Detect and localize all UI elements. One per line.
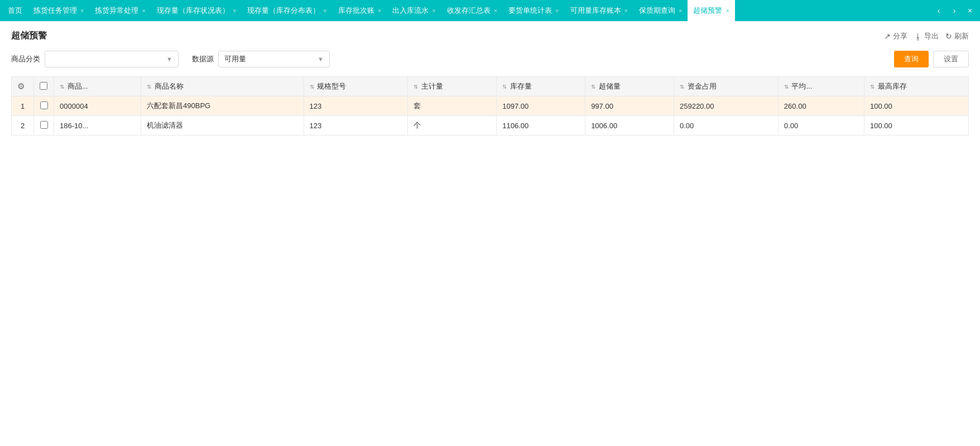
th-checkbox[interactable] [34, 77, 54, 96]
cell-code: 0000004 [54, 96, 141, 116]
th-code[interactable]: ⇅ 商品... [54, 77, 141, 96]
row-checkbox-cell[interactable] [34, 116, 54, 135]
cell-overstock: 997.00 [585, 96, 674, 116]
nav-item-batch[interactable]: 库存批次账 × [333, 0, 387, 21]
row-num: 1 [12, 96, 34, 116]
share-icon: ↗ [884, 32, 891, 41]
export-button[interactable]: ⭳ 导出 [914, 31, 939, 41]
nav-item-overstock[interactable]: 超储预警 × [688, 0, 734, 21]
category-filter-group: 商品分类 ▼ [11, 51, 179, 67]
th-spec[interactable]: ⇅ 规格型号 [304, 77, 408, 96]
refresh-button[interactable]: ↻ 刷新 [945, 31, 969, 41]
close-icon[interactable]: × [142, 7, 145, 14]
nav-item-home[interactable]: 首页 [2, 0, 28, 21]
cell-stock: 1106.00 [497, 116, 585, 135]
datasource-value: 可用量 [224, 54, 246, 64]
settings-button[interactable]: 设置 [933, 51, 969, 67]
close-icon[interactable]: × [378, 7, 381, 14]
close-icon[interactable]: × [726, 7, 729, 14]
sort-icon: ⇅ [502, 84, 507, 90]
cell-name: 机油滤清器 [141, 116, 304, 135]
refresh-icon: ↻ [945, 32, 952, 41]
close-icon[interactable]: × [555, 7, 559, 14]
nav-item-stock-dist[interactable]: 现存量（库存分布表） × [242, 0, 332, 21]
data-table: ⚙ ⇅ 商品... ⇅ 商品名称 ⇅ 规格型号 ⇅ [11, 76, 969, 135]
cell-max-stock: 100.00 [864, 116, 969, 135]
nav-close-all-button[interactable]: × [962, 0, 978, 21]
row-checkbox-cell[interactable] [34, 96, 54, 116]
chevron-down-icon: ▼ [166, 56, 172, 62]
nav-bar: 首页 拣货任务管理 × 拣货异常处理 × 现存量（库存状况表） × 现存量（库存… [0, 0, 980, 21]
cell-avg: 260.00 [778, 96, 864, 116]
header-actions: ↗ 分享 ⭳ 导出 ↻ 刷新 [884, 31, 969, 41]
sort-icon: ⇅ [870, 84, 875, 90]
row-checkbox[interactable] [40, 121, 48, 129]
close-icon[interactable]: × [80, 7, 84, 14]
cell-unit: 套 [408, 96, 497, 116]
cell-capital: 0.00 [674, 116, 778, 135]
cell-unit: 个 [408, 116, 497, 135]
th-overstock[interactable]: ⇅ 超储量 [585, 77, 674, 96]
cell-avg: 0.00 [778, 116, 864, 135]
nav-item-stock-status[interactable]: 现存量（库存状况表） × [151, 0, 242, 21]
category-select[interactable]: ▼ [45, 51, 179, 67]
sort-icon: ⇅ [680, 84, 684, 90]
nav-arrows: ‹ › × [931, 0, 978, 21]
th-unit[interactable]: ⇅ 主计量 [408, 77, 497, 96]
select-all-checkbox[interactable] [40, 82, 47, 90]
chevron-down-icon: ▼ [318, 56, 324, 62]
th-capital[interactable]: ⇅ 资金占用 [674, 77, 778, 96]
nav-item-pick-exception[interactable]: 拣货异常处理 × [89, 0, 151, 21]
page-header: 超储预警 ↗ 分享 ⭳ 导出 ↻ 刷新 [11, 30, 969, 42]
cell-overstock: 1006.00 [585, 116, 674, 135]
table-header-row: ⚙ ⇅ 商品... ⇅ 商品名称 ⇅ 规格型号 ⇅ [12, 77, 969, 96]
cell-spec: 123 [304, 116, 408, 135]
nav-item-summary[interactable]: 收发存汇总表 × [441, 0, 503, 21]
close-icon[interactable]: × [323, 7, 326, 14]
settings-icon[interactable]: ⚙ [17, 81, 25, 91]
close-icon[interactable]: × [233, 7, 236, 14]
category-label: 商品分类 [11, 54, 40, 64]
cell-name: 六配套新昌490BPG [141, 96, 304, 116]
nav-prev-button[interactable]: ‹ [931, 0, 947, 21]
sort-icon: ⇅ [60, 84, 64, 90]
nav-item-available[interactable]: 可用量库存账本 × [565, 0, 633, 21]
th-avg[interactable]: ⇅ 平均... [778, 77, 864, 96]
th-name[interactable]: ⇅ 商品名称 [141, 77, 304, 96]
sort-icon: ⇅ [310, 84, 314, 90]
cell-capital: 259220.00 [674, 96, 778, 116]
filter-area: 商品分类 ▼ 数据源 可用量 ▼ 查询 设置 [11, 51, 969, 67]
nav-item-order-stat[interactable]: 要货单统计表 × [503, 0, 564, 21]
sort-icon: ⇅ [414, 84, 418, 90]
close-icon[interactable]: × [624, 7, 628, 14]
close-icon[interactable]: × [679, 7, 682, 14]
table-row: 2 186-10... 机油滤清器 123 个 1106.00 1006.00 … [12, 116, 969, 135]
export-icon: ⭳ [914, 32, 922, 41]
row-checkbox[interactable] [40, 101, 48, 109]
nav-next-button[interactable]: › [947, 0, 962, 21]
th-max-stock[interactable]: ⇅ 最高库存 [864, 77, 969, 96]
datasource-filter-group: 数据源 可用量 ▼ [192, 51, 330, 67]
nav-item-quality[interactable]: 保质期查询 × [633, 0, 688, 21]
page-content: 超储预警 ↗ 分享 ⭳ 导出 ↻ 刷新 商品分类 ▼ 数据源 [0, 21, 980, 144]
share-button[interactable]: ↗ 分享 [884, 31, 907, 41]
query-button[interactable]: 查询 [894, 51, 929, 67]
cell-spec: 123 [304, 96, 408, 116]
nav-item-pick-task[interactable]: 拣货任务管理 × [28, 0, 89, 21]
close-icon[interactable]: × [494, 7, 497, 14]
filter-buttons: 查询 设置 [894, 51, 969, 67]
datasource-label: 数据源 [192, 54, 214, 64]
cell-max-stock: 100.00 [864, 96, 969, 116]
th-stock[interactable]: ⇅ 库存量 [497, 77, 585, 96]
sort-icon: ⇅ [147, 84, 151, 90]
datasource-select[interactable]: 可用量 ▼ [218, 51, 330, 67]
page-title: 超储预警 [11, 30, 47, 42]
row-num: 2 [12, 116, 34, 135]
cell-code: 186-10... [54, 116, 141, 135]
sort-icon: ⇅ [784, 84, 789, 90]
sort-icon: ⇅ [591, 84, 595, 90]
nav-item-inout[interactable]: 出入库流水 × [387, 0, 441, 21]
table-row: 1 0000004 六配套新昌490BPG 123 套 1097.00 997.… [12, 96, 969, 116]
th-settings[interactable]: ⚙ [12, 77, 34, 96]
close-icon[interactable]: × [432, 7, 435, 14]
